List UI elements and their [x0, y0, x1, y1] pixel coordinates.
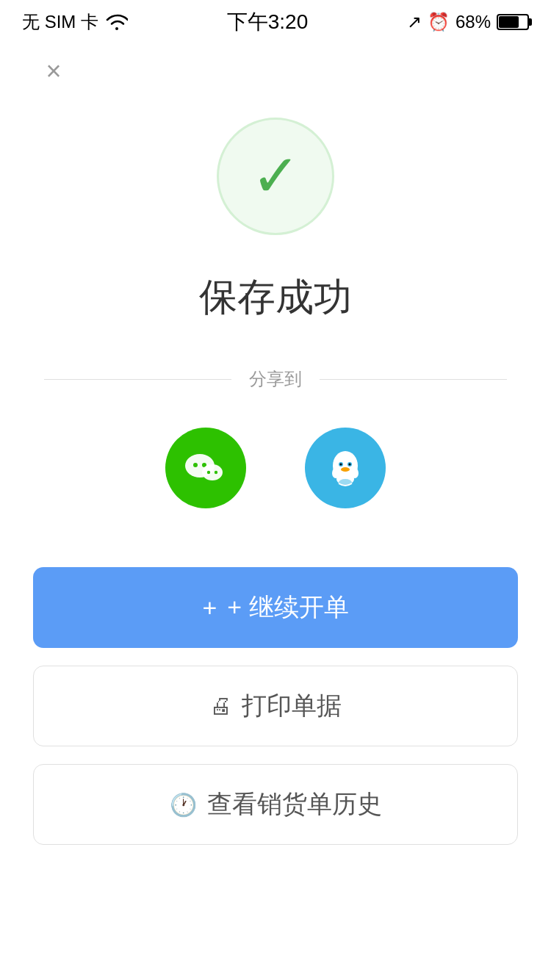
svg-point-3	[202, 464, 223, 480]
wifi-icon	[106, 14, 128, 30]
status-time: 下午3:20	[227, 8, 309, 36]
clock-icon: 🕐	[170, 792, 197, 818]
print-button[interactable]: 🖨 打印单据	[33, 666, 518, 746]
plus-icon: +	[202, 594, 217, 622]
svg-point-10	[349, 464, 351, 466]
share-label: 分享到	[231, 367, 320, 391]
print-label: 打印单据	[242, 689, 342, 723]
continue-order-label: + 继续开单	[227, 591, 348, 624]
printer-icon: 🖨	[209, 693, 231, 718]
success-title: 保存成功	[199, 272, 352, 323]
success-circle: ✓	[217, 118, 334, 235]
history-button[interactable]: 🕐 查看销货单历史	[33, 764, 518, 845]
close-button[interactable]: ×	[35, 53, 72, 90]
qq-share-button[interactable]	[305, 428, 386, 508]
status-right: ↗ ⏰ 68%	[407, 12, 529, 32]
wechat-icon	[180, 442, 231, 494]
continue-order-button[interactable]: + + 继续开单	[33, 567, 518, 648]
location-icon: ↗	[407, 12, 422, 32]
status-bar: 无 SIM 卡 下午3:20 ↗ ⏰ 68%	[0, 0, 551, 44]
share-divider: 分享到	[0, 367, 551, 391]
action-buttons: + + 继续开单 🖨 打印单据 🕐 查看销货单历史	[33, 567, 518, 845]
close-icon: ×	[46, 58, 61, 84]
no-sim-label: 无 SIM 卡	[22, 10, 98, 34]
status-left: 无 SIM 卡	[22, 10, 128, 34]
history-label: 查看销货单历史	[207, 788, 382, 821]
svg-point-9	[340, 464, 342, 466]
battery-percent: 68%	[455, 12, 491, 32]
qq-icon	[320, 442, 371, 494]
wechat-share-button[interactable]	[165, 428, 246, 508]
svg-point-1	[193, 463, 198, 467]
share-icons	[165, 428, 386, 508]
svg-point-11	[341, 467, 350, 472]
alarm-icon: ⏰	[428, 12, 450, 32]
divider-line-left	[44, 379, 231, 380]
checkmark-icon: ✓	[251, 147, 300, 206]
battery-icon	[497, 14, 529, 30]
divider-line-right	[320, 379, 507, 380]
svg-point-4	[207, 471, 210, 474]
main-content: ✓ 保存成功 分享到	[0, 44, 551, 845]
svg-point-5	[215, 471, 217, 474]
